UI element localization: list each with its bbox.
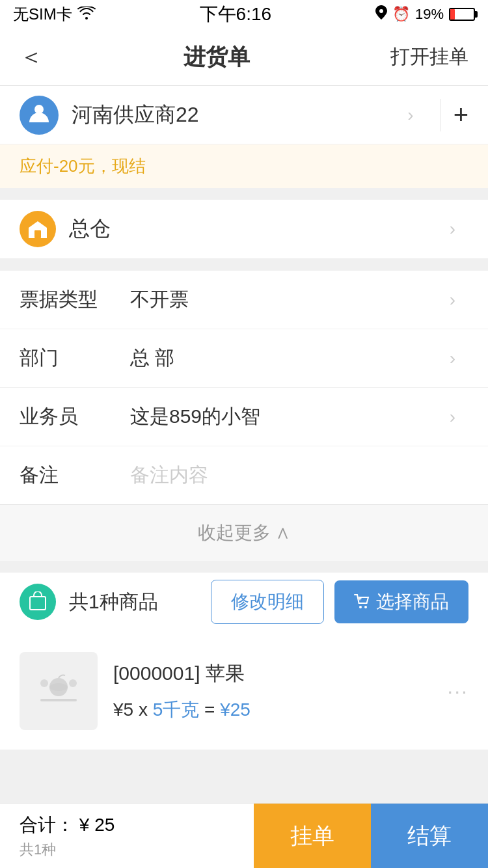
battery-icon (449, 8, 475, 21)
salesman-value: 这是859的小智 (124, 403, 450, 430)
warehouse-section: 总仓 › (0, 200, 488, 258)
supplier-row[interactable]: 河南供应商22 › + (0, 86, 488, 144)
salesman-row[interactable]: 业务员 这是859的小智 › (0, 387, 488, 446)
person-icon (28, 102, 50, 129)
product-info: [0000001] 苹果 ¥5 x 5千克 = ¥25 (113, 660, 431, 722)
product-more-button[interactable]: ··· (447, 679, 468, 703)
chevron-right-icon: › (407, 105, 413, 126)
department-value: 总 部 (124, 345, 450, 372)
svg-point-8 (69, 679, 77, 687)
product-quantity: 5千克 (153, 699, 200, 720)
open-hangs-button[interactable]: 打开挂单 (390, 44, 468, 70)
products-section: 共1种商品 修改明细 选择商品 [000000 (0, 573, 488, 750)
chevron-right-salesman: › (450, 407, 455, 427)
status-time: 下午6:16 (200, 2, 272, 27)
product-thumbnail (20, 652, 98, 730)
remark-row[interactable]: 备注 备注内容 (0, 446, 488, 504)
department-row[interactable]: 部门 总 部 › (0, 329, 488, 387)
total-count: 共1种 (20, 840, 234, 860)
chevron-right-department: › (450, 348, 455, 369)
product-price-row: ¥5 x 5千克 = ¥25 (113, 698, 431, 722)
supplier-notice: 应付-20元，现结 (0, 144, 488, 188)
svg-point-6 (49, 683, 68, 691)
alarm-icon: ⏰ (392, 6, 410, 23)
remark-placeholder: 备注内容 (124, 462, 468, 489)
form-section: 票据类型 不开票 › 部门 总 部 › 业务员 这是859的小智 › 备注 备注… (0, 270, 488, 561)
carrier-label: 无SIM卡 (13, 4, 72, 25)
invoice-value: 不开票 (124, 286, 450, 313)
product-item: [0000001] 苹果 ¥5 x 5千克 = ¥25 ··· (0, 632, 488, 750)
invoice-label: 票据类型 (20, 286, 124, 313)
vertical-divider (440, 99, 441, 131)
status-right: ⏰ 19% (375, 5, 475, 23)
product-unit-price: ¥5 (113, 699, 133, 720)
supplier-avatar (20, 96, 59, 135)
remark-label: 备注 (20, 462, 124, 489)
total-label: 合计： (20, 815, 74, 835)
nav-bar: ＜ 进货单 打开挂单 (0, 29, 488, 86)
supplier-section: 河南供应商22 › + 应付-20元，现结 (0, 86, 488, 188)
total-amount: ¥ 25 (79, 815, 115, 835)
department-label: 部门 (20, 345, 124, 372)
select-product-button[interactable]: 选择商品 (334, 580, 468, 623)
modify-detail-button[interactable]: 修改明细 (211, 580, 324, 624)
back-button[interactable]: ＜ (20, 41, 43, 73)
product-total: ¥25 (220, 699, 251, 720)
status-left: 无SIM卡 (13, 4, 96, 25)
chevron-right-warehouse: › (450, 219, 455, 239)
svg-rect-9 (40, 699, 77, 701)
product-code: [0000001] (113, 662, 200, 684)
bottom-bar: 合计： ¥ 25 共1种 挂单 结算 (0, 803, 488, 868)
location-icon (375, 5, 387, 23)
total-section: 合计： ¥ 25 共1种 (0, 804, 254, 868)
main-content: 河南供应商22 › + 应付-20元，现结 总仓 › 票据类型 不开票 › 部门… (0, 86, 488, 826)
svg-point-3 (359, 606, 362, 608)
price-multiply: x (139, 699, 153, 720)
status-bar: 无SIM卡 下午6:16 ⏰ 19% (0, 0, 488, 29)
svg-point-7 (40, 679, 48, 687)
battery-label: 19% (415, 6, 444, 23)
cart-icon (354, 594, 371, 610)
hang-button[interactable]: 挂单 (254, 804, 371, 868)
chevron-right-invoice: › (450, 290, 455, 310)
svg-rect-2 (30, 597, 46, 610)
collapse-bar[interactable]: 收起更多 ∧ (0, 504, 488, 561)
add-supplier-button[interactable]: + (454, 100, 468, 129)
warehouse-icon (20, 211, 56, 247)
checkout-button[interactable]: 结算 (371, 804, 488, 868)
product-title: 苹果 (206, 662, 245, 684)
products-count: 共1种商品 (69, 589, 211, 616)
total-row: 合计： ¥ 25 (20, 813, 234, 837)
price-equals: = (204, 699, 220, 720)
warehouse-name: 总仓 (69, 215, 450, 243)
supplier-name: 河南供应商22 (72, 101, 407, 129)
select-product-label: 选择商品 (376, 590, 449, 614)
products-header: 共1种商品 修改明细 选择商品 (0, 573, 488, 631)
invoice-row[interactable]: 票据类型 不开票 › (0, 270, 488, 329)
warehouse-row[interactable]: 总仓 › (0, 200, 488, 258)
svg-rect-1 (34, 230, 41, 238)
svg-point-0 (34, 105, 44, 114)
products-icon (20, 584, 56, 620)
product-thumb-icon (33, 671, 85, 711)
page-title: 进货单 (183, 42, 250, 72)
product-name: [0000001] 苹果 (113, 660, 431, 687)
svg-point-4 (364, 606, 367, 608)
salesman-label: 业务员 (20, 403, 124, 430)
wifi-icon (77, 5, 96, 23)
